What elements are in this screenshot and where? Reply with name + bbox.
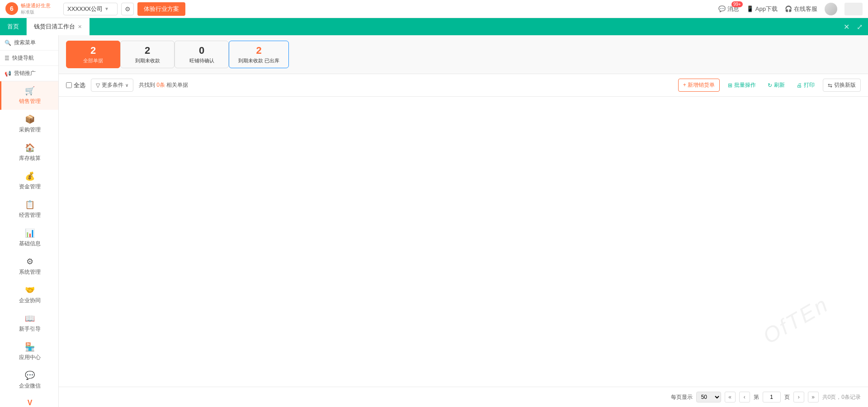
search-menu-label: 搜索菜单 (14, 39, 36, 47)
chevron-down-icon: ▼ (104, 6, 109, 11)
app-download-button[interactable]: 📱 App下载 (746, 5, 778, 13)
batch-icon: ⊞ (728, 82, 732, 89)
settings-button[interactable]: ⚙ (121, 3, 134, 15)
sidebar-item-collab-label: 企业协同 (19, 297, 41, 304)
sidebar-item-collab[interactable]: 🤝 企业协同 (0, 281, 58, 309)
quick-nav-item[interactable]: ☰ 快捷导航 (0, 51, 58, 66)
avatar[interactable] (825, 3, 837, 15)
tab-close-icon[interactable]: ✕ (78, 24, 82, 30)
page-number-input[interactable] (763, 392, 781, 402)
page-suffix: 页 (784, 393, 790, 401)
tab-workbench[interactable]: 钱货日清工作台 ✕ (27, 18, 90, 35)
logo-sub: 标准版 (21, 9, 51, 15)
page-size-select[interactable]: 50 10 20 100 (696, 392, 721, 402)
stat-all-label: 全部单据 (75, 57, 111, 64)
message-badge: 99+ (731, 1, 743, 7)
stats-tabs: 2 全部单据 2 到期未收款 0 旺铺待确认 2 到期未收款 已出库 (59, 35, 868, 74)
stat-tab-all[interactable]: 2 全部单据 (66, 41, 120, 68)
sidebar-item-guide[interactable]: 📖 新手引导 (0, 309, 58, 337)
filter-chevron-icon: ∨ (125, 83, 128, 88)
sidebar-item-purchase[interactable]: 📦 采购管理 (0, 110, 58, 138)
header-left: 6 畅捷通好生意 标准版 XXXXXX公司 ▼ ⚙ 体验行业方案 (5, 2, 185, 16)
filter-label: 更多条件 (102, 81, 123, 89)
sidebar-item-system[interactable]: ⚙ 系统管理 (0, 252, 58, 281)
stat-tab-shipped[interactable]: 2 到期未收款 已出库 (229, 41, 289, 68)
message-icon: 💬 (718, 5, 726, 12)
phone-icon: 📱 (746, 5, 754, 12)
sidebar-item-basic[interactable]: 📊 基础信息 (0, 224, 58, 252)
select-all-checkbox[interactable]: 全选 (66, 81, 85, 89)
app-center-icon: 🏪 (25, 342, 35, 352)
inventory-icon: 🏠 (25, 143, 35, 153)
purchase-icon: 📦 (25, 114, 35, 124)
last-page-button[interactable]: » (808, 392, 819, 402)
company-name: XXXXXX公司 (67, 5, 103, 13)
system-icon: ⚙ (26, 257, 33, 267)
batch-operation-button[interactable]: ⊞ 批量操作 (724, 79, 760, 91)
online-service-button[interactable]: 🎧 在线客服 (785, 5, 817, 13)
sidebar-item-finance-label: 资金管理 (19, 183, 41, 191)
refresh-button[interactable]: ↻ 刷新 (764, 79, 788, 91)
online-service-label: 在线客服 (794, 5, 817, 13)
filter-button[interactable]: ▽ 更多条件 ∨ (91, 79, 133, 92)
vip-icon: V (28, 399, 33, 407)
switch-version-button[interactable]: ⇆ 切换新版 (823, 79, 861, 92)
toolbar: 全选 ▽ 更多条件 ∨ 共找到 0条 相关单据 + 新增销货单 (59, 74, 868, 97)
stat-overdue-number: 2 (130, 45, 165, 56)
logo-text: 畅捷通好生意 (21, 2, 51, 9)
sidebar-item-app-center[interactable]: 🏪 应用中心 (0, 337, 58, 366)
experience-button[interactable]: 体验行业方案 (137, 2, 185, 16)
sidebar-item-basic-label: 基础信息 (19, 240, 41, 248)
result-text: 共找到 0条 相关单据 (139, 81, 188, 89)
nav-icon: ☰ (5, 55, 9, 61)
username-display (844, 3, 863, 15)
sidebar-item-wechat[interactable]: 💬 企业微信 (0, 366, 58, 394)
tab-maximize-icon[interactable]: ⤢ (855, 21, 864, 33)
switch-icon: ⇆ (828, 82, 832, 89)
stat-tab-wangpu[interactable]: 0 旺铺待确认 (175, 41, 229, 68)
top-header: 6 畅捷通好生意 标准版 XXXXXX公司 ▼ ⚙ 体验行业方案 💬 消息 99… (0, 0, 868, 18)
marketing-item[interactable]: 📢 营销推广 (0, 66, 58, 81)
stat-wangpu-number: 0 (184, 45, 219, 56)
next-page-button[interactable]: › (793, 392, 804, 402)
print-button[interactable]: 🖨 打印 (793, 79, 818, 91)
headphone-icon: 🎧 (785, 5, 792, 12)
select-all-input[interactable] (66, 82, 72, 88)
logo-icon: 6 (5, 2, 18, 15)
first-page-button[interactable]: « (725, 392, 736, 402)
sidebar-item-vip[interactable]: V 畅会员 (0, 394, 58, 407)
toolbar-right: + 新增销货单 ⊞ 批量操作 ↻ 刷新 🖨 打印 ⇆ (678, 79, 861, 92)
add-sales-order-button[interactable]: + 新增销货单 (678, 79, 720, 92)
sidebar-item-inventory-label: 库存核算 (19, 154, 41, 162)
guide-icon: 📖 (25, 313, 35, 323)
sidebar-item-finance[interactable]: 💰 资金管理 (0, 167, 58, 195)
sidebar-item-system-label: 系统管理 (19, 268, 41, 276)
sales-icon: 🛒 (25, 86, 35, 96)
watermark: OfTEn (759, 291, 833, 349)
stat-tab-overdue[interactable]: 2 到期未收款 (120, 41, 175, 68)
header-right: 💬 消息 99+ 📱 App下载 🎧 在线客服 (718, 3, 863, 15)
search-icon: 🔍 (5, 40, 11, 46)
pagination: 每页显示 50 10 20 100 « ‹ 第 页 › » 共0页，0条记录 (59, 387, 868, 407)
tab-minimize-icon[interactable]: ✕ (842, 21, 851, 33)
sidebar-item-inventory[interactable]: 🏠 库存核算 (0, 138, 58, 167)
tab-home[interactable]: 首页 (0, 18, 27, 35)
print-icon: 🖨 (797, 82, 802, 89)
tab-bar: 首页 钱货日清工作台 ✕ ✕ ⤢ (0, 18, 868, 35)
tab-bar-actions: ✕ ⤢ (842, 21, 868, 33)
data-area: OfTEn (59, 97, 868, 387)
stat-wangpu-label: 旺铺待确认 (184, 57, 219, 64)
basic-icon: 📊 (25, 228, 35, 238)
prev-page-button[interactable]: ‹ (739, 392, 750, 402)
stat-overdue-label: 到期未收款 (130, 57, 165, 64)
sidebar-item-operations-label: 经营管理 (19, 211, 41, 219)
wechat-icon: 💬 (25, 370, 35, 380)
page-prefix: 第 (754, 393, 759, 401)
content-inner: 2 全部单据 2 到期未收款 0 旺铺待确认 2 到期未收款 已出库 (59, 35, 868, 407)
search-menu-item[interactable]: 🔍 搜索菜单 (0, 35, 58, 51)
company-selector[interactable]: XXXXXX公司 ▼ (63, 3, 118, 15)
message-button[interactable]: 💬 消息 99+ (718, 5, 739, 13)
sidebar-item-sales[interactable]: 🛒 销售管理 (0, 81, 58, 110)
sidebar-item-operations[interactable]: 📋 经营管理 (0, 195, 58, 224)
filter-icon: ▽ (96, 82, 100, 89)
